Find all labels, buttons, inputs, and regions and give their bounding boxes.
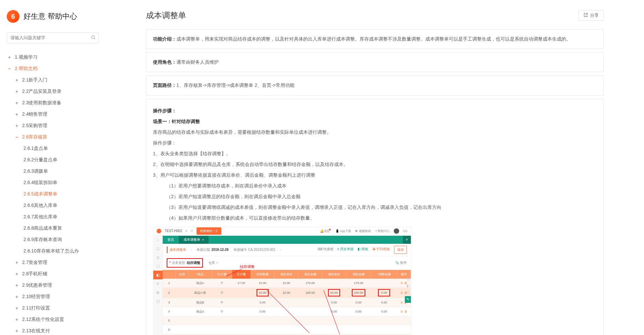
nav-item-label: 2.帮助文档: [15, 66, 38, 72]
search-input[interactable]: [7, 32, 99, 43]
ss-no-label: 单据编号: [233, 246, 247, 253]
nav-item[interactable]: 2.6.4组装拆卸单: [7, 177, 99, 188]
ss-table-row: 5: [163, 316, 411, 325]
ss-annot1: 结存调整: [240, 263, 255, 270]
nav-item[interactable]: 2.6.1盘点单: [7, 143, 99, 154]
nav-item[interactable]: 1.视频学习: [7, 52, 99, 63]
ss-tab-doc: 成本调整单×: [179, 236, 209, 244]
ss-form-row: * 业务类型 结存调整 仓库 ▾ 结存调整 📎 附件: [163, 256, 411, 270]
ss-next-icon: ›: [280, 246, 281, 253]
ss-grid-icon: ⊞: [153, 288, 163, 297]
ss-col-header: 主计量: [232, 270, 251, 279]
nav-item[interactable]: 2.2产品安装及登录: [7, 86, 99, 97]
ss-cell: 0.00: [322, 307, 346, 316]
ss-table-row: 3商品B个0.000.000.000.00⊕ 🗑: [163, 298, 411, 307]
nav-item[interactable]: 2.帮助文档: [7, 63, 99, 74]
ss-cell: [232, 325, 251, 334]
nav-item[interactable]: 2.5采购管理: [7, 120, 99, 131]
ss-cell: 3: [163, 298, 175, 307]
step3-1: （1）若用户想要调整结存成本，则在调后单价中录入成本: [153, 181, 597, 190]
nav-item[interactable]: 2.6.10库存账本错了怎么办: [7, 245, 99, 257]
nav-item[interactable]: 2.6.5成本调整单: [7, 188, 99, 200]
nav-item[interactable]: 2.6.2分量盘点单: [7, 154, 99, 166]
ss-cell: 10.00: [251, 279, 274, 288]
ss-cell: [251, 325, 274, 334]
nav-item[interactable]: 2.6.8商品成本重算: [7, 223, 99, 234]
nav-item[interactable]: 2.6.9库存账本查询: [7, 234, 99, 245]
ss-print-link: 🖶 打印模板: [372, 246, 390, 254]
nav-item[interactable]: 2.7资金管理: [7, 257, 99, 268]
ss-avatar-icon: [394, 228, 399, 234]
plus-icon: [14, 328, 19, 334]
share-button[interactable]: 分享: [579, 10, 604, 21]
share-icon: [584, 13, 588, 18]
nav-item[interactable]: 2.9优惠券管理: [7, 280, 99, 291]
plus-icon: [14, 271, 19, 277]
intro-text: 成本调整单，用来实现对商品结存成本的调整，以及针对具体的出入库单进行成本调整。库…: [176, 36, 571, 42]
nav-item[interactable]: 2.8手机旺铺: [7, 268, 99, 280]
ss-cell: [322, 316, 346, 325]
minus-icon: [7, 66, 12, 71]
nav-item[interactable]: 2.1新手入门: [7, 74, 99, 86]
ss-tabbar: 首页 成本调整单× ×: [163, 236, 411, 244]
ss-help-link: ? 帮助中心: [375, 228, 390, 234]
sidebar: 6 好生意 帮助中心 1.视频学习2.帮助文档2.1新手入门2.2产品安装及登录…: [0, 0, 106, 335]
nav-item[interactable]: 2.6.3调拨单: [7, 166, 99, 177]
page-title: 成本调整单: [146, 10, 186, 21]
nav-item-label: 2.7资金管理: [22, 260, 47, 266]
nav-item-label: 2.3使用前数据准备: [22, 100, 61, 106]
nav-tree: 1.视频学习2.帮助文档2.1新手入门2.2产品安装及登录2.3使用前数据准备2…: [7, 52, 99, 335]
ss-right-toolbar: ☰ ◧ ⚙ ✎: [405, 276, 411, 303]
ss-cell: 10.00: [274, 287, 298, 298]
ss-money-icon: ¥: [153, 279, 163, 288]
nav-item[interactable]: 2.6库存核算: [7, 131, 99, 143]
ss-date-label: 单据日期: [197, 246, 210, 253]
ss-video-link: ▶ 视频教程: [355, 228, 371, 234]
svg-line-1: [94, 38, 95, 39]
nav-item[interactable]: 2.6.7其他出库单: [7, 211, 99, 223]
ss-cell: [274, 325, 298, 334]
ss-tool-icon: ◧: [405, 283, 411, 289]
ss-cell: 1: [163, 279, 175, 288]
ss-cell: 商品A 商: [189, 287, 212, 298]
ss-cell: [298, 316, 322, 325]
ss-cell: 10.00: [251, 287, 274, 298]
ss-tenant: TEST-H002: [165, 228, 182, 234]
nav-item[interactable]: 2.12系统个性化设置: [7, 314, 99, 325]
ss-tpl-link: ◧ 模板: [358, 246, 368, 254]
nav-item[interactable]: 2.13在线支付: [7, 325, 99, 335]
ss-cell: 0.00: [346, 298, 371, 307]
ss-cal-icon: ☷: [153, 244, 163, 253]
steps-sub: 操作步骤：: [153, 138, 597, 148]
ss-active-nav-icon: ◧: [153, 271, 163, 279]
nav-item[interactable]: 2.6.6其他入库单: [7, 200, 99, 211]
embedded-screenshot: TEST-H002 ▾ ⟳ 我要继续一下 🔔消息 📱 App下载 ▶ 视频教程 …: [153, 227, 411, 335]
ss-col-header: *商品: [189, 270, 212, 279]
nav-item[interactable]: 2.10经营管理: [7, 291, 99, 302]
search-icon[interactable]: [91, 35, 96, 41]
ss-cell: 0.00: [371, 287, 397, 298]
ss-cell: [189, 316, 212, 325]
ss-cell: [274, 307, 298, 316]
intro-label: 功能介绍：: [153, 36, 176, 42]
nav-item[interactable]: 2.4销售管理: [7, 109, 99, 120]
ss-cell: [232, 316, 251, 325]
ss-crumb-title: 成本调整单: [167, 246, 186, 253]
plus-icon: [14, 283, 19, 288]
ss-cell: 10.00: [274, 279, 298, 288]
path-label: 页面路径：: [153, 82, 176, 88]
nav-item[interactable]: 2.11打印设置: [7, 302, 99, 314]
ss-del-icon: 🗑: [404, 310, 407, 313]
nav-item-label: 2.6.3调拨单: [23, 168, 48, 174]
ss-tool-icon: ☰: [405, 276, 411, 283]
brand-logo: 6: [7, 10, 19, 23]
ss-cell: [371, 316, 397, 325]
ss-cell: [189, 325, 212, 334]
ss-cell: 个: [211, 307, 232, 316]
role-box: 使用角色：通常由财务人员维护: [146, 52, 604, 72]
ss-cell: 0.00: [251, 298, 274, 307]
nav-item-label: 2.5采购管理: [22, 123, 47, 129]
nav-item[interactable]: 2.3使用前数据准备: [7, 97, 99, 109]
step3-3: （3）若用户知道要调增或调减的成本差值，则在调整金额中录入差值，调增录入正值，记…: [153, 203, 597, 212]
ss-cell: [274, 298, 298, 307]
